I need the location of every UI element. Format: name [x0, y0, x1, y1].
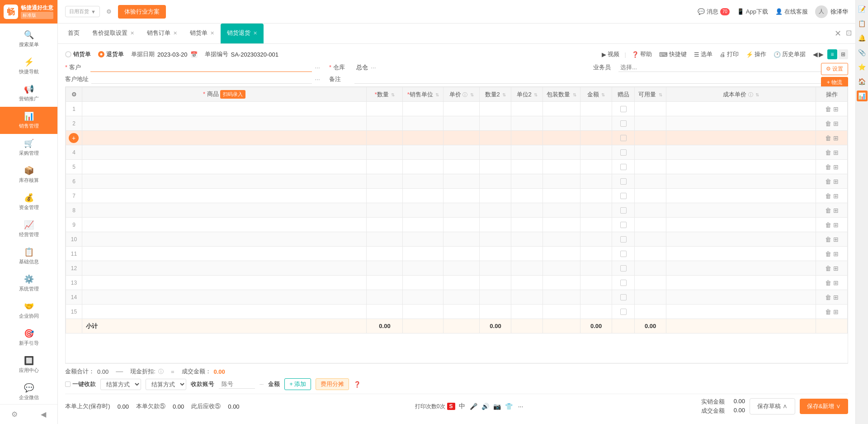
- sidebar-item-inventory[interactable]: 📦 库存核算: [0, 161, 57, 188]
- video-link[interactable]: ▶ 视频: [600, 50, 621, 58]
- delete-row-btn-2[interactable]: 🗑: [825, 120, 831, 127]
- rs-clip-icon[interactable]: 📎: [857, 47, 868, 58]
- shortcut-link[interactable]: ⌨ 快捷键: [657, 50, 689, 58]
- product-cell-4[interactable]: [82, 145, 367, 160]
- address-input[interactable]: [91, 75, 312, 84]
- operate-link[interactable]: ⚡ 操作: [744, 50, 768, 58]
- rs-star-icon[interactable]: ⭐: [857, 62, 868, 72]
- staff-input[interactable]: [618, 63, 840, 72]
- sort-pack-icon[interactable]: ⇅: [573, 92, 576, 97]
- save-new-btn[interactable]: 保存&新增 ∨: [800, 399, 848, 414]
- maximize-tabs[interactable]: ⊡: [846, 29, 852, 38]
- sidebar-item-sales[interactable]: 📊 销售管理: [0, 107, 57, 134]
- gift-cb-4[interactable]: [620, 149, 627, 156]
- more-icon[interactable]: ···: [516, 401, 526, 411]
- product-cell-13[interactable]: [82, 276, 367, 290]
- copy-row-btn-3[interactable]: ⊞: [833, 134, 839, 142]
- collapse-icon[interactable]: ◀: [39, 408, 48, 420]
- gift-cb-2[interactable]: [620, 120, 627, 127]
- delete-row-btn-14[interactable]: 🗑: [825, 294, 831, 301]
- save-draft-btn[interactable]: 保存草稿 ∧: [750, 398, 795, 414]
- copy-row-btn-10[interactable]: ⊞: [833, 236, 839, 243]
- gift-cb-13[interactable]: [620, 280, 627, 286]
- copy-row-btn-14[interactable]: ⊞: [833, 294, 839, 301]
- copy-row-btn-7[interactable]: ⊞: [833, 192, 839, 200]
- delete-row-btn-1[interactable]: 🗑: [825, 105, 831, 113]
- product-cell-11[interactable]: [82, 247, 367, 261]
- product-cell-6[interactable]: [82, 174, 367, 189]
- delete-row-btn-13[interactable]: 🗑: [825, 279, 831, 286]
- help-link[interactable]: ❓ 帮助: [630, 50, 654, 58]
- sort-qty2-icon[interactable]: ⇅: [502, 92, 506, 97]
- sidebar-item-business[interactable]: 📈 经营管理: [0, 215, 57, 243]
- gift-cb-1[interactable]: [620, 106, 627, 112]
- delete-row-btn-5[interactable]: 🗑: [825, 163, 831, 171]
- gift-cb-7[interactable]: [620, 193, 627, 199]
- copy-row-btn-4[interactable]: ⊞: [833, 149, 839, 156]
- copy-row-btn-2[interactable]: ⊞: [833, 120, 839, 127]
- gift-cb-8[interactable]: [620, 207, 627, 214]
- customer-dots[interactable]: ···: [315, 64, 320, 71]
- settings-bottom-icon[interactable]: ⚙: [9, 408, 19, 420]
- copy-row-btn-12[interactable]: ⊞: [833, 265, 839, 272]
- sort-amount-icon[interactable]: ⇅: [601, 92, 605, 97]
- rs-edit-icon[interactable]: 📝: [857, 4, 868, 14]
- gift-cb-15[interactable]: [620, 309, 627, 315]
- sort-unit2-icon[interactable]: ⇅: [534, 92, 538, 97]
- warehouse-dots[interactable]: ···: [371, 64, 376, 71]
- sidebar-item-wechat[interactable]: 💬 企业微信: [0, 378, 57, 404]
- select-link[interactable]: ☰ 选单: [692, 50, 714, 58]
- product-cell-3[interactable]: [82, 131, 367, 145]
- copy-row-btn-13[interactable]: ⊞: [833, 279, 839, 286]
- delete-row-btn-3[interactable]: 🗑: [825, 134, 831, 142]
- address-dots[interactable]: ···: [315, 76, 320, 83]
- product-cell-1[interactable]: [82, 102, 367, 116]
- tab-home[interactable]: 首页: [61, 24, 86, 43]
- rs-list-icon[interactable]: 📋: [857, 18, 868, 29]
- fee-split-btn[interactable]: 费用分摊: [316, 378, 349, 390]
- settle-method-select[interactable]: 结算方式: [100, 379, 141, 390]
- list-view-btn[interactable]: ≡: [827, 49, 837, 59]
- sort-price-icon[interactable]: ⇅: [470, 92, 474, 97]
- grid-view-btn[interactable]: ⊞: [838, 49, 848, 59]
- next-record[interactable]: ▶: [819, 51, 824, 58]
- tab-sale[interactable]: 销货单 ✕: [184, 24, 221, 43]
- sort-cost-icon[interactable]: ⇅: [755, 92, 759, 97]
- radio-return-order[interactable]: 退货单: [98, 50, 124, 58]
- product-cell-2[interactable]: [82, 116, 367, 131]
- rs-bell-icon[interactable]: 🔔: [857, 33, 868, 43]
- app-download-btn[interactable]: 📱 App下载: [737, 8, 768, 16]
- settings-btn[interactable]: ⚙ 设置: [821, 63, 848, 75]
- calendar-icon[interactable]: 📅: [190, 51, 198, 58]
- delete-row-btn-7[interactable]: 🗑: [825, 192, 831, 200]
- gift-cb-5[interactable]: [620, 164, 627, 170]
- gift-cb-6[interactable]: [620, 178, 627, 185]
- prev-record[interactable]: ◀: [813, 51, 818, 58]
- gift-cb-12[interactable]: [620, 265, 627, 272]
- product-cell-14[interactable]: [82, 290, 367, 305]
- product-cell-5[interactable]: [82, 160, 367, 174]
- product-cell-10[interactable]: [82, 232, 367, 247]
- tab-return-close[interactable]: ✕: [253, 30, 257, 36]
- calc-method-select[interactable]: 结算方式: [146, 379, 186, 390]
- sidebar-item-marketing[interactable]: 📢 营销推广: [0, 80, 57, 107]
- gift-cb-3[interactable]: [620, 135, 627, 141]
- product-cell-15[interactable]: [82, 305, 367, 319]
- user-info[interactable]: 人 徐泽华: [815, 5, 848, 18]
- rs-active-icon[interactable]: 📊: [857, 91, 868, 101]
- product-cell-8[interactable]: [82, 203, 367, 218]
- account-input[interactable]: [219, 380, 255, 389]
- product-input-3[interactable]: [85, 133, 363, 142]
- gift-cb-14[interactable]: [620, 294, 627, 300]
- delete-row-btn-9[interactable]: 🗑: [825, 221, 831, 229]
- copy-row-btn-6[interactable]: ⊞: [833, 178, 839, 185]
- speaker-icon[interactable]: 🔊: [481, 401, 491, 411]
- gift-cb-9[interactable]: [620, 222, 627, 228]
- radio-sale-order[interactable]: 销货单: [65, 50, 91, 58]
- history-link[interactable]: 🕐 历史单据: [772, 50, 807, 58]
- product-cell-7[interactable]: [82, 189, 367, 203]
- tab-order-close[interactable]: ✕: [173, 30, 177, 36]
- scan-input-btn[interactable]: 扫码录入: [220, 90, 245, 99]
- sidebar-item-guide[interactable]: 🎯 新手引导: [0, 324, 57, 351]
- sidebar-item-system[interactable]: ⚙️ 系统管理: [0, 270, 57, 297]
